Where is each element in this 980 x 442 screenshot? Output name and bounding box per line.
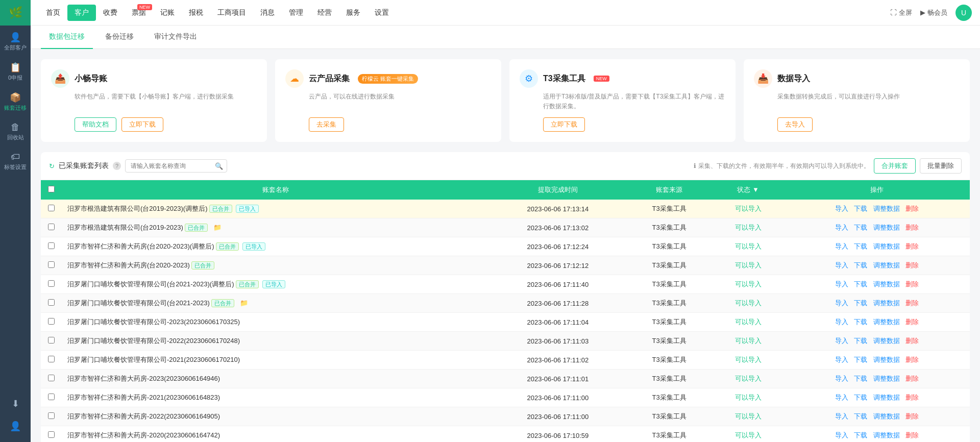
delete-link[interactable]: 删除 (905, 224, 919, 231)
row-checkbox[interactable] (48, 261, 55, 268)
row-checkbox[interactable] (48, 394, 55, 400)
adjust-data-link[interactable]: 调整数据 (873, 375, 900, 382)
import-link[interactable]: 导入 (835, 356, 848, 363)
nav-settings[interactable]: 设置 (368, 0, 396, 26)
vip-btn[interactable]: ▶ 畅会员 (920, 8, 947, 17)
row-checkbox[interactable] (48, 318, 55, 325)
tab-data-migration[interactable]: 数据包迁移 (41, 26, 93, 49)
nav-message[interactable]: 消息 (253, 0, 282, 26)
download-link[interactable]: 下载 (854, 337, 867, 345)
sidebar-item-zero-report[interactable]: 📋 0申报 (0, 58, 31, 86)
import-link[interactable]: 导入 (835, 224, 848, 231)
import-link[interactable]: 导入 (835, 261, 848, 269)
adjust-data-link[interactable]: 调整数据 (873, 394, 900, 401)
search-input[interactable] (125, 159, 227, 173)
nav-biz[interactable]: 工商项目 (210, 0, 253, 26)
delete-link[interactable]: 删除 (905, 356, 919, 363)
row-checkbox[interactable] (48, 205, 55, 211)
adjust-data-link[interactable]: 调整数据 (873, 337, 900, 345)
import-link[interactable]: 导入 (835, 280, 848, 288)
import-link[interactable]: 导入 (835, 375, 848, 382)
row-checkbox[interactable] (48, 224, 55, 230)
row-checkbox[interactable] (48, 431, 55, 438)
sidebar-item-download[interactable]: ⬇ (0, 394, 31, 414)
adjust-data-link[interactable]: 调整数据 (873, 318, 900, 326)
select-all-checkbox[interactable] (48, 186, 55, 192)
nav-tax[interactable]: 报税 (182, 0, 210, 26)
delete-link[interactable]: 删除 (905, 280, 919, 288)
nav-billing[interactable]: 收费 (96, 0, 125, 26)
delete-link[interactable]: 删除 (905, 337, 919, 345)
download-link[interactable]: 下载 (854, 280, 867, 288)
delete-link[interactable]: 删除 (905, 205, 919, 212)
row-checkbox[interactable] (48, 375, 55, 381)
import-link[interactable]: 导入 (835, 337, 848, 345)
import-link[interactable]: 导入 (835, 299, 848, 307)
col-status[interactable]: 状态 ▼ (712, 180, 784, 200)
nav-client[interactable]: 客户 (67, 5, 96, 21)
download-link[interactable]: 下载 (854, 394, 867, 401)
nav-accounting[interactable]: 记账 (153, 0, 182, 26)
import-link[interactable]: 导入 (835, 205, 848, 212)
tab-audit-export[interactable]: 审计文件导出 (146, 26, 205, 49)
adjust-data-link[interactable]: 调整数据 (873, 224, 900, 231)
import-link[interactable]: 导入 (835, 431, 848, 439)
nav-invoice[interactable]: 票据 new (125, 0, 153, 26)
adjust-data-link[interactable]: 调整数据 (873, 242, 900, 250)
refresh-icon[interactable]: ↻ (49, 162, 55, 170)
adjust-data-link[interactable]: 调整数据 (873, 261, 900, 269)
sidebar-item-account-migration[interactable]: 📦 账套迁移 (0, 88, 31, 116)
row-checkbox[interactable] (48, 280, 55, 287)
row-checkbox[interactable] (48, 299, 55, 306)
sidebar-item-recycle-bin[interactable]: 🗑 回收站 (0, 118, 31, 145)
download-link[interactable]: 下载 (854, 261, 867, 269)
merge-button[interactable]: 合并账套 (874, 158, 916, 174)
download-link[interactable]: 下载 (854, 242, 867, 250)
download-link[interactable]: 下载 (854, 318, 867, 326)
go-collect-button[interactable]: 去采集 (309, 117, 344, 132)
download-link[interactable]: 下载 (854, 205, 867, 212)
nav-service[interactable]: 服务 (339, 0, 368, 26)
delete-link[interactable]: 删除 (905, 412, 919, 420)
adjust-data-link[interactable]: 调整数据 (873, 412, 900, 420)
row-checkbox[interactable] (48, 412, 55, 419)
delete-link[interactable]: 删除 (905, 242, 919, 250)
adjust-data-link[interactable]: 调整数据 (873, 431, 900, 439)
download-link[interactable]: 下载 (854, 412, 867, 420)
sidebar-item-user[interactable]: 👤 (0, 416, 31, 437)
nav-operation[interactable]: 经营 (310, 0, 339, 26)
download-link[interactable]: 下载 (854, 224, 867, 231)
delete-link[interactable]: 删除 (905, 318, 919, 326)
go-import-button[interactable]: 去导入 (777, 117, 813, 132)
download-link[interactable]: 下载 (854, 375, 867, 382)
download-link[interactable]: 下载 (854, 299, 867, 307)
import-link[interactable]: 导入 (835, 412, 848, 420)
download-link[interactable]: 下载 (854, 356, 867, 363)
import-link[interactable]: 导入 (835, 242, 848, 250)
help-doc-button[interactable]: 帮助文档 (75, 117, 116, 132)
row-checkbox[interactable] (48, 337, 55, 343)
adjust-data-link[interactable]: 调整数据 (873, 280, 900, 288)
import-link[interactable]: 导入 (835, 394, 848, 401)
adjust-data-link[interactable]: 调整数据 (873, 356, 900, 363)
delete-link[interactable]: 删除 (905, 394, 919, 401)
row-checkbox[interactable] (48, 356, 55, 362)
download-link[interactable]: 下载 (854, 431, 867, 439)
delete-link[interactable]: 删除 (905, 375, 919, 382)
adjust-data-link[interactable]: 调整数据 (873, 205, 900, 212)
t3-download-button[interactable]: 立即下载 (543, 117, 585, 132)
help-icon[interactable]: ? (113, 162, 121, 170)
delete-link[interactable]: 删除 (905, 431, 919, 439)
row-checkbox[interactable] (48, 242, 55, 249)
avatar[interactable]: U (955, 5, 972, 21)
nav-home[interactable]: 首页 (39, 0, 67, 26)
adjust-data-link[interactable]: 调整数据 (873, 299, 900, 307)
delete-link[interactable]: 删除 (905, 299, 919, 307)
import-link[interactable]: 导入 (835, 318, 848, 326)
fullscreen-btn[interactable]: ⛶ 全屏 (890, 8, 912, 17)
xiaochang-download-button[interactable]: 立即下载 (121, 117, 163, 132)
delete-link[interactable]: 删除 (905, 261, 919, 269)
bulk-delete-button[interactable]: 批量删除 (920, 158, 962, 174)
tab-backup-migration[interactable]: 备份迁移 (97, 26, 142, 49)
sidebar-item-label-settings[interactable]: 🏷 标签设置 (0, 148, 31, 175)
